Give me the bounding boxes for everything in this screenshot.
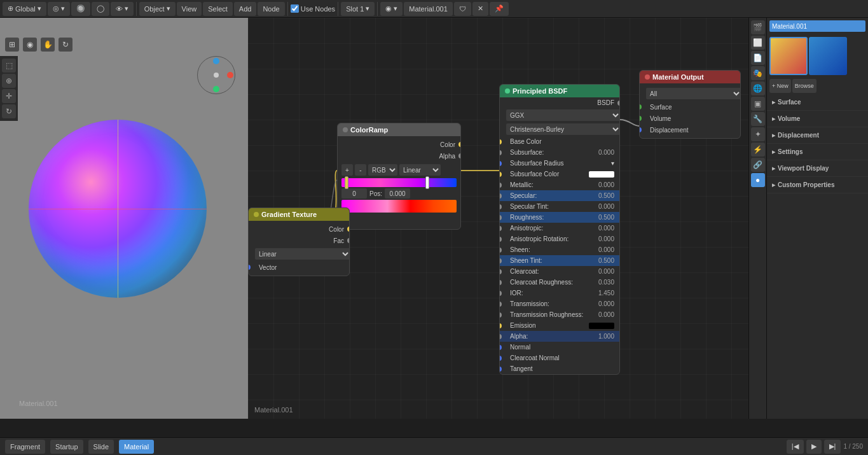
node-editor[interactable]: ColorRamp Color Alpha + - RGB HSV (248, 18, 766, 419)
gradient-color-output[interactable] (347, 227, 350, 232)
metallic-socket[interactable] (499, 183, 502, 188)
subsurface-method-select[interactable]: Christensen-Burley Random Walk (506, 123, 620, 135)
pin-btn[interactable]: 📌 (490, 2, 509, 16)
stop-index-input[interactable] (341, 188, 367, 199)
subsurface-color-swatch[interactable] (589, 171, 614, 178)
modifier-properties-icon[interactable]: 🔧 (751, 112, 765, 126)
shield-btn[interactable]: 🛡 (454, 2, 471, 16)
gradient-fac-output[interactable] (347, 238, 350, 243)
visibility-btn[interactable]: 👁 ▾ (111, 2, 134, 16)
slot-btn[interactable]: Slot 1 ▾ (341, 2, 375, 16)
surface-input-socket[interactable] (639, 104, 642, 109)
emission-socket[interactable] (499, 323, 502, 328)
emission-color-swatch[interactable] (589, 323, 614, 329)
rotate-tool[interactable]: ↻ (2, 104, 16, 118)
constraints-properties-icon[interactable]: 🔗 (751, 158, 765, 172)
roughness-socket[interactable] (499, 215, 502, 220)
view-menu[interactable]: View (177, 2, 202, 16)
colorramp-alpha-row: Alpha (338, 150, 460, 162)
settings-section-header[interactable]: ▸ Settings (767, 146, 868, 157)
clearcoat-socket[interactable] (499, 269, 502, 274)
interpolation-select[interactable]: RGB HSV (368, 164, 397, 176)
filter-select[interactable]: All Surface Volume (646, 88, 741, 99)
gradient-type-select[interactable]: Linear Quadratic Easing Diagonal Spheric… (255, 248, 350, 260)
displacement-section-header[interactable]: ▸ Displacement (767, 130, 868, 141)
move-tool[interactable]: ✛ (2, 89, 16, 103)
transmission-roughness-socket[interactable] (499, 312, 502, 318)
select-box-tool[interactable]: ⬚ (2, 59, 16, 73)
sheen-socket[interactable] (499, 248, 502, 253)
slide-tab[interactable]: Slide (88, 440, 114, 454)
select-menu[interactable]: Select (203, 2, 233, 16)
alpha-output-socket[interactable] (458, 153, 461, 158)
add-menu[interactable]: Add (234, 2, 257, 16)
material-thumb-2[interactable] (809, 37, 847, 75)
material-tab[interactable]: Material (119, 440, 154, 454)
transmission-socket[interactable] (499, 302, 502, 307)
timeline-prev-btn[interactable]: |◀ (787, 440, 804, 454)
timeline-play-btn[interactable]: ▶ (806, 440, 822, 454)
distribution-select[interactable]: GGX Multi-GGX (506, 109, 620, 121)
world-properties-icon[interactable]: 🌐 (751, 81, 765, 95)
proportional-btn[interactable]: ◯ (92, 2, 109, 16)
anisotropic-rotation-socket[interactable] (499, 237, 502, 242)
use-nodes-checkbox[interactable] (291, 4, 299, 13)
physics-properties-icon[interactable]: ⚡ (751, 143, 765, 157)
object-properties-icon[interactable]: ▣ (751, 97, 765, 111)
alpha-socket[interactable] (499, 334, 502, 339)
clearcoat-roughness-socket[interactable] (499, 280, 502, 285)
particle-properties-icon[interactable]: ✦ (751, 127, 765, 141)
base-color-socket[interactable] (499, 139, 502, 144)
material-name-btn[interactable]: Material.001 (404, 2, 453, 16)
add-stop-button[interactable]: + (341, 164, 353, 176)
anisotropic-socket[interactable] (499, 226, 502, 231)
color-stop-left[interactable] (345, 176, 350, 189)
startup-tab[interactable]: Startup (50, 440, 83, 454)
fragment-tab[interactable]: Fragment (5, 440, 45, 454)
material-thumb-active[interactable] (769, 37, 808, 75)
node-menu[interactable]: Node (258, 2, 284, 16)
bsdf-output-socket[interactable] (617, 101, 620, 106)
pivot-btn[interactable]: ◎ ▾ (48, 2, 70, 16)
color-output-socket[interactable] (458, 142, 461, 147)
volume-input-socket[interactable] (639, 116, 642, 121)
specular-socket[interactable] (499, 193, 502, 199)
active-material-item[interactable]: Material.001 (769, 20, 865, 32)
subsurface-color-socket[interactable] (499, 172, 502, 177)
displacement-input-socket[interactable] (639, 127, 642, 132)
color-stop-right[interactable] (425, 176, 431, 189)
custom-props-header[interactable]: ▸ Custom Properties (767, 179, 868, 190)
3d-viewport[interactable]: ⊞ ◉ ✋ ↻ ⬚ ⊕ ✛ ↻ Material.001 (0, 18, 248, 419)
snap-btn[interactable]: 🔘 (71, 2, 90, 16)
render-properties-icon[interactable]: 🎬 (751, 20, 765, 34)
timeline-next-btn[interactable]: ▶| (824, 440, 841, 454)
mode-btn[interactable]: Object ▾ (139, 2, 176, 16)
volume-section-header[interactable]: ▸ Volume (767, 113, 868, 124)
clearcoat-normal-socket[interactable] (499, 356, 502, 361)
surface-section-header[interactable]: ▸ Surface (767, 97, 868, 108)
close-material-btn[interactable]: ✕ (472, 2, 488, 16)
material-icon-btn[interactable]: ◉ ▾ (380, 2, 403, 16)
scene-properties-icon[interactable]: 🎭 (751, 66, 765, 80)
output-properties-icon[interactable]: ⬜ (751, 36, 765, 50)
colorramp-gradient-bar[interactable] (341, 178, 457, 187)
remove-stop-button[interactable]: - (355, 164, 366, 176)
normal-socket[interactable] (499, 345, 502, 350)
transform-space-btn[interactable]: ⊕ Global ▾ (3, 2, 46, 16)
specular-tint-socket[interactable] (499, 204, 502, 209)
sheen-tint-socket[interactable] (499, 258, 502, 263)
view-layer-properties-icon[interactable]: 📄 (751, 51, 765, 65)
tangent-socket[interactable] (499, 367, 502, 372)
stop-position-input[interactable] (385, 188, 410, 199)
material-properties-icon[interactable]: ● (751, 173, 765, 187)
subsurface-radius-socket[interactable] (499, 161, 502, 166)
cursor-tool[interactable]: ⊕ (2, 74, 16, 88)
subsurface-socket[interactable] (499, 150, 502, 155)
vector-input-socket[interactable] (248, 265, 251, 270)
ior-socket[interactable] (499, 291, 502, 296)
mode-select[interactable]: Linear Ease Constant (399, 164, 441, 176)
browse-material-btn[interactable]: Browse (792, 79, 816, 93)
viewport-display-header[interactable]: ▸ Viewport Display (767, 163, 868, 174)
new-material-btn[interactable]: + New (769, 79, 791, 93)
use-nodes-toggle[interactable]: Use Nodes (291, 4, 335, 13)
